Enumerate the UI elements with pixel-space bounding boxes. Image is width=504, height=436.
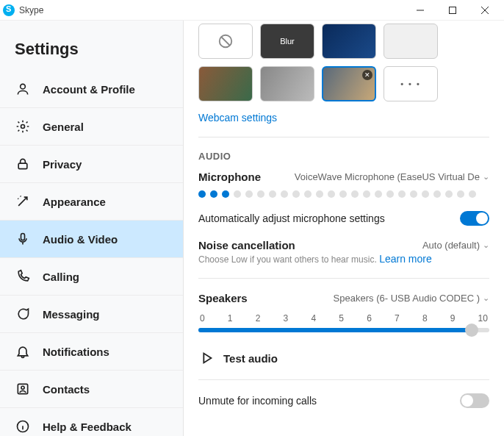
bg-tile-preset-5[interactable]: ✕: [322, 66, 376, 101]
level-dot: [245, 190, 253, 198]
slider-tick-label: 4: [311, 313, 316, 324]
microphone-device-name: VoiceWave Microphone (EaseUS Virtual De: [295, 171, 480, 182]
level-dot: [422, 190, 429, 198]
wand-icon: [15, 193, 31, 210]
sidebar-item-general[interactable]: General: [0, 108, 183, 146]
microphone-icon: [15, 231, 31, 247]
remove-bg-icon[interactable]: ✕: [362, 70, 372, 80]
sidebar-item-label: Calling: [43, 271, 79, 283]
noise-learn-more-link[interactable]: Learn more: [379, 253, 432, 265]
blur-label: Blur: [280, 37, 295, 46]
chevron-down-icon: ⌄: [483, 240, 489, 250]
svg-rect-3: [18, 163, 27, 169]
sidebar-item-label: Contacts: [43, 383, 90, 396]
gear-icon: [15, 118, 31, 135]
slider-tick-label: 10: [478, 313, 488, 324]
contacts-icon: [15, 381, 31, 397]
slider-tick-label: 6: [367, 313, 372, 324]
audio-section-label: AUDIO: [198, 151, 489, 162]
svg-rect-4: [21, 234, 25, 240]
unmute-toggle[interactable]: [460, 393, 489, 408]
bell-icon: [15, 343, 31, 360]
level-dot: [339, 190, 347, 198]
microphone-label: Microphone: [198, 171, 261, 183]
minimize-button[interactable]: [404, 0, 436, 21]
sidebar-item-contacts[interactable]: Contacts: [0, 371, 183, 408]
level-dot: [410, 190, 417, 198]
divider: [198, 137, 489, 137]
sidebar-item-appearance[interactable]: Appearance: [0, 183, 183, 221]
bg-tile-preset-4[interactable]: [260, 66, 314, 101]
speakers-label: Speakers: [198, 292, 248, 304]
slider-thumb[interactable]: [465, 324, 478, 337]
level-dot: [316, 190, 323, 198]
phone-icon: [15, 268, 31, 285]
slider-tick-label: 7: [395, 313, 400, 324]
sidebar-item-account[interactable]: Account & Profile: [0, 71, 183, 108]
sidebar-item-label: Help & Feedback: [43, 421, 132, 433]
level-dot: [257, 190, 264, 198]
bg-tile-preset-3[interactable]: [198, 66, 253, 101]
noise-cancel-hint: Choose Low if you want others to hear mu…: [198, 253, 489, 265]
chevron-down-icon: ⌄: [483, 172, 489, 182]
divider: [198, 278, 489, 279]
noise-cancel-label: Noise cancellation: [198, 239, 295, 251]
level-dot: [281, 190, 288, 198]
sidebar-item-privacy[interactable]: Privacy: [0, 146, 183, 183]
play-icon: [198, 350, 215, 366]
sidebar-item-calling[interactable]: Calling: [0, 258, 183, 296]
window-title: Skype: [19, 5, 43, 15]
level-dot: [457, 190, 464, 198]
sidebar-item-audio-video[interactable]: Audio & Video: [0, 221, 183, 258]
unmute-label: Unmute for incoming calls: [198, 395, 317, 407]
level-dot: [363, 190, 370, 198]
maximize-button[interactable]: [436, 0, 469, 21]
noise-cancel-select[interactable]: Auto (default) ⌄: [422, 240, 489, 251]
sidebar-item-help[interactable]: Help & Feedback: [0, 408, 183, 436]
level-dot: [375, 190, 382, 198]
level-dot: [198, 190, 206, 198]
info-icon: [15, 418, 31, 435]
slider-tick-label: 2: [256, 313, 261, 324]
settings-sidebar: Settings Account & Profile General Priva…: [0, 21, 184, 436]
auto-adjust-label: Automatically adjust microphone settings: [198, 212, 385, 224]
test-audio-button[interactable]: Test audio: [198, 350, 489, 366]
sidebar-item-notifications[interactable]: Notifications: [0, 333, 183, 371]
sidebar-item-messaging[interactable]: Messaging: [0, 296, 183, 333]
level-dot: [269, 190, 276, 198]
speakers-device-name: Speakers (6- USB Audio CODEC ): [334, 293, 480, 304]
close-button[interactable]: [469, 0, 501, 21]
settings-content: Blur ✕ • • • Webcam settings AUDIO Micro…: [184, 21, 504, 436]
svg-point-1: [21, 84, 26, 89]
account-icon: [15, 81, 31, 97]
bg-tile-preset-2[interactable]: [384, 24, 438, 59]
titlebar: Skype: [0, 0, 504, 21]
auto-adjust-toggle[interactable]: [460, 211, 489, 226]
svg-rect-0: [450, 7, 456, 13]
sidebar-item-label: Privacy: [43, 158, 82, 171]
slider-tick-label: 0: [200, 313, 205, 324]
microphone-level-meter: [198, 190, 489, 198]
lock-icon: [15, 156, 31, 172]
webcam-settings-link[interactable]: Webcam settings: [198, 112, 277, 124]
slider-tick-label: 8: [422, 313, 428, 324]
chevron-down-icon: ⌄: [483, 293, 489, 303]
level-dot: [351, 190, 359, 198]
bg-tile-none[interactable]: [198, 24, 253, 59]
level-dot: [445, 190, 453, 198]
sidebar-item-label: Messaging: [43, 308, 100, 321]
sidebar-item-label: Audio & Video: [43, 233, 118, 246]
sidebar-item-label: General: [43, 121, 84, 133]
level-dot: [234, 190, 241, 198]
bg-tile-blur[interactable]: Blur: [260, 24, 314, 59]
microphone-device-select[interactable]: VoiceWave Microphone (EaseUS Virtual De …: [295, 171, 489, 182]
bg-tile-preset-1[interactable]: [322, 24, 376, 59]
divider: [198, 379, 489, 380]
speakers-device-select[interactable]: Speakers (6- USB Audio CODEC ) ⌄: [334, 293, 489, 304]
level-dot: [433, 190, 441, 198]
level-dot: [222, 190, 229, 198]
slider-tick-label: 5: [339, 313, 344, 324]
speakers-volume-slider[interactable]: 012345678910: [198, 313, 489, 332]
bg-tile-more[interactable]: • • •: [384, 66, 438, 101]
slider-tick-label: 9: [450, 313, 456, 324]
